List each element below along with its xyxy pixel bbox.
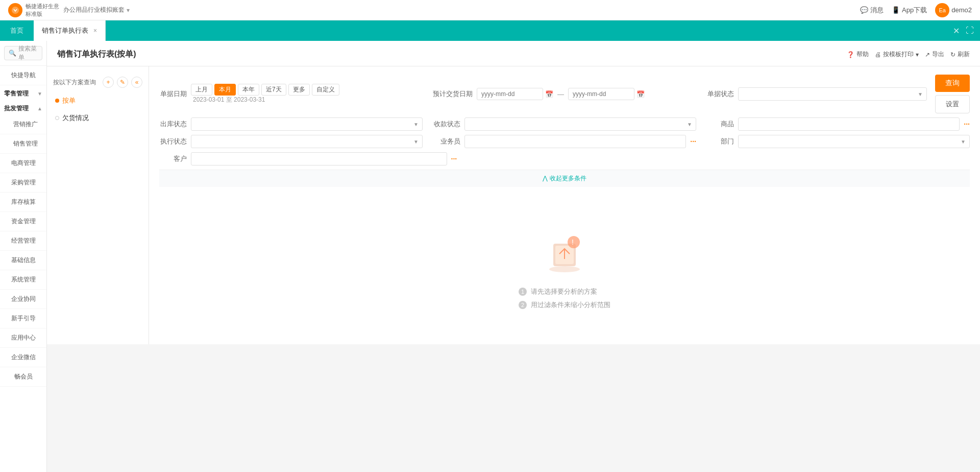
sidebar-item-ecommerce[interactable]: 电商管理: [0, 154, 46, 173]
date-btn-last-month[interactable]: 上月: [191, 84, 212, 96]
inventory-label: 库存核算: [11, 198, 36, 205]
tab-active[interactable]: 销售订单执行表 ×: [34, 20, 106, 41]
out-status-item: 出库状态: [159, 117, 423, 131]
export-button[interactable]: ↗ 导出: [925, 50, 944, 59]
scheme-label-per-order: 按单: [62, 96, 76, 105]
retail-arrow: ▼: [37, 91, 42, 97]
tab-home-label: 首页: [10, 26, 23, 35]
print-button[interactable]: 🖨 按模板打印 ▾: [875, 50, 919, 59]
tab-home[interactable]: 首页: [0, 20, 34, 41]
date-btn-more[interactable]: 更多: [288, 84, 310, 96]
product-more-icon[interactable]: ···: [964, 120, 970, 128]
date-btn-this-year[interactable]: 本年: [238, 84, 259, 96]
date-btn-custom[interactable]: 自定义: [312, 84, 339, 96]
date-range-display: 2023-03-01 至 2023-03-31: [193, 96, 265, 103]
salesperson-more-icon[interactable]: ···: [690, 137, 696, 146]
breadcrumb-dropdown-icon[interactable]: ▾: [127, 7, 130, 14]
dept-select[interactable]: [738, 135, 970, 148]
page-actions: ❓ 帮助 🖨 按模板打印 ▾ ↗ 导出 ↻ 刷新: [847, 50, 970, 65]
sidebar-item-finance[interactable]: 资金管理: [0, 212, 46, 231]
date-btn-this-month[interactable]: 本月: [214, 84, 236, 96]
sidebar-item-enterprise-collab[interactable]: 企业协同: [0, 290, 46, 309]
help-button[interactable]: ❓ 帮助: [847, 50, 869, 59]
tab-bar: 首页 销售订单执行表 × ✕ ⛶: [0, 20, 980, 41]
empty-tip-text-2: 用过滤条件来缩小分析范围: [531, 300, 610, 310]
query-section: 单据日期 上月 本月 本年 近7天 更多 自定义 20: [149, 66, 980, 195]
sidebar-item-sales[interactable]: 销售管理: [0, 134, 46, 154]
edit-scheme-button[interactable]: ✎: [117, 77, 128, 88]
scheme-item-backorder[interactable]: 欠货情况: [47, 109, 149, 127]
breadcrumb: 办公用品行业模拟账套 ▾: [63, 6, 130, 14]
doc-status-item: 单据状态 查询 设置: [706, 75, 970, 113]
sidebar-section-retail[interactable]: 零售管理 ▼: [0, 85, 46, 100]
settings-button[interactable]: 设置: [935, 95, 970, 113]
collect-status-select[interactable]: [464, 117, 696, 131]
salesperson-label: 业务员: [433, 137, 460, 146]
exec-status-select[interactable]: [191, 135, 423, 148]
scheme-label-backorder: 欠货情况: [62, 113, 89, 123]
message-label: 消息: [870, 6, 884, 15]
sidebar-search-label: 搜索菜单: [18, 44, 38, 62]
dept-label: 部门: [706, 137, 734, 146]
date-filter-item: 单据日期 上月 本月 本年 近7天 更多 自定义 20: [159, 75, 423, 113]
date-btn-last-7-days[interactable]: 近7天: [261, 84, 286, 96]
expected-date-start[interactable]: [477, 88, 543, 100]
sidebar-item-new-guide[interactable]: 新手引导: [0, 309, 46, 328]
main-layout: 🔍 搜索菜单 快捷导航 零售管理 ▼ 批发管理 ▲ 营销推广 销售管理 电商管理…: [0, 41, 980, 472]
sidebar-item-inventory[interactable]: 库存核算: [0, 193, 46, 212]
message-action[interactable]: 💬 消息: [860, 6, 884, 15]
sidebar-item-operations[interactable]: 经营管理: [0, 231, 46, 251]
product-item: 商品 ···: [706, 117, 970, 131]
query-buttons: 查询 设置: [935, 75, 970, 113]
empty-icon: !: [539, 226, 590, 277]
sidebar-item-quick-nav[interactable]: 快捷导航: [0, 66, 46, 85]
message-icon: 💬: [860, 6, 868, 14]
add-scheme-button[interactable]: +: [103, 77, 114, 88]
doc-status-select[interactable]: [738, 87, 927, 101]
logo-area: 畅捷通好生意 标准版: [8, 3, 59, 17]
customer-more-icon[interactable]: ···: [451, 155, 457, 163]
sidebar-item-member[interactable]: 畅会员: [0, 367, 46, 387]
app-center-label: 应用中心: [11, 334, 36, 341]
sidebar-item-basic-info[interactable]: 基础信息: [0, 251, 46, 270]
sidebar-section-wholesale[interactable]: 批发管理 ▲: [0, 100, 46, 115]
tab-minimize-icon[interactable]: ✕: [951, 24, 962, 38]
exec-status-item: 执行状态: [159, 135, 423, 148]
expected-date-end[interactable]: [568, 88, 634, 100]
left-panel-title: 按以下方案查询: [53, 78, 96, 87]
system-label: 系统管理: [11, 276, 36, 283]
product-input[interactable]: [738, 117, 960, 131]
logo-icon: [8, 3, 22, 17]
app-download-action[interactable]: 📱 App下载: [892, 6, 927, 15]
dept-item: 部门: [706, 135, 970, 148]
empty-tip-2: 2 用过滤条件来缩小分析范围: [519, 300, 610, 310]
collapse-button[interactable]: ⋀ 收起更多条件: [159, 170, 970, 187]
tip-num-1: 1: [519, 288, 527, 296]
dept-select-wrapper: [738, 135, 970, 148]
query-button[interactable]: 查询: [935, 75, 970, 92]
sidebar-search-button[interactable]: 🔍 搜索菜单: [4, 46, 42, 60]
refresh-button[interactable]: ↻ 刷新: [950, 50, 970, 59]
out-status-select[interactable]: [191, 117, 423, 131]
date-separator: —: [557, 90, 564, 98]
sidebar-item-purchase[interactable]: 采购管理: [0, 173, 46, 193]
sidebar-item-app-center[interactable]: 应用中心: [0, 328, 46, 348]
sidebar-item-system[interactable]: 系统管理: [0, 270, 46, 290]
tab-expand-icon[interactable]: ⛶: [964, 24, 976, 37]
print-icon: 🖨: [875, 51, 881, 58]
collect-status-select-wrapper: [464, 117, 696, 131]
tab-close-icon[interactable]: ×: [93, 27, 97, 34]
sidebar-item-enterprise-wechat[interactable]: 企业微信: [0, 348, 46, 367]
sidebar-item-marketing[interactable]: 营销推广: [0, 115, 46, 134]
customer-label: 客户: [159, 154, 187, 163]
help-icon: ❓: [847, 51, 854, 58]
scheme-item-per-order[interactable]: 按单: [47, 92, 149, 109]
filter-row-4: 客户 ···: [159, 152, 970, 166]
customer-input[interactable]: [191, 152, 447, 166]
download-icon: 📱: [892, 6, 900, 14]
app-download-label: App下载: [902, 6, 927, 15]
user-avatar-action[interactable]: Ea demo2: [935, 3, 972, 17]
salesperson-input[interactable]: [464, 135, 686, 148]
collapse-panel-button[interactable]: «: [131, 77, 142, 88]
out-status-select-wrapper: [191, 117, 423, 131]
